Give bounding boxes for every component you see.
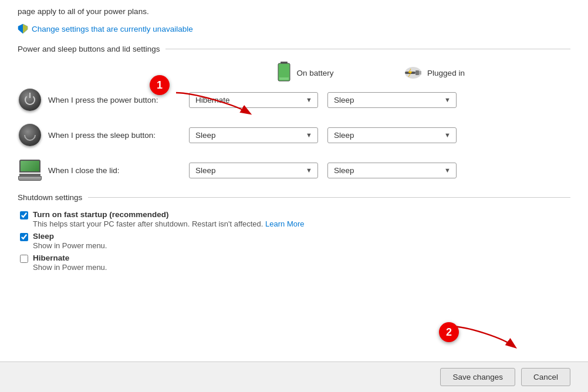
sleep-button-icon [18, 123, 42, 147]
hibernate-shutdown-sub-label: Show in Power menu. [33, 263, 107, 272]
power-plugged-in-select-wrap: Do nothing Sleep Hibernate Shut down ▼ [327, 92, 457, 108]
lid-icon [18, 158, 42, 183]
sleep-shutdown-main-label: Sleep [33, 232, 107, 241]
sleep-button-row: When I press the sleep button: Do nothin… [18, 123, 570, 147]
learn-more-link[interactable]: Learn More [265, 219, 304, 228]
power-plugged-in-select[interactable]: Do nothing Sleep Hibernate Shut down [327, 92, 457, 108]
power-sleep-section-header: Power and sleep buttons and lid settings [18, 45, 570, 53]
intro-text: page apply to all of your power plans. [18, 6, 570, 18]
power-button-row: When I press the power button: Do nothin… [18, 87, 570, 112]
svg-marker-1 [23, 24, 28, 33]
sleep-on-battery-select-wrap: Do nothing Sleep Hibernate Shut down ▼ [189, 127, 318, 143]
lid-on-battery-select-wrap: Do nothing Sleep Hibernate Shut down ▼ [189, 163, 318, 178]
section-divider-line [165, 49, 570, 49]
columns-header: On battery Plugged in [18, 62, 570, 84]
lid-plugged-in-select[interactable]: Do nothing Sleep Hibernate Shut down [327, 163, 457, 178]
plug-icon [404, 65, 423, 80]
annotation-circle-1: 1 [150, 75, 170, 95]
svg-rect-6 [279, 65, 289, 77]
sleep-shutdown-row: Sleep Show in Power menu. [18, 232, 570, 250]
sleep-on-battery-select[interactable]: Do nothing Sleep Hibernate Shut down [189, 127, 318, 143]
lid-plugged-in-select-wrap: Do nothing Sleep Hibernate Shut down ▼ [327, 163, 457, 178]
change-settings-link[interactable]: Change settings that are currently unava… [18, 23, 570, 34]
svg-marker-2 [18, 24, 23, 33]
lid-label: When I close the lid: [48, 166, 189, 175]
fast-startup-main-label: Turn on fast startup (recommended) [33, 210, 305, 219]
hibernate-shutdown-row: Hibernate Show in Power menu. [18, 254, 570, 272]
fast-startup-checkbox[interactable] [20, 211, 28, 219]
svg-rect-9 [415, 70, 419, 75]
sleep-plugged-in-select-wrap: Do nothing Sleep Hibernate Shut down ▼ [327, 127, 457, 143]
lid-row: When I close the lid: Do nothing Sleep H… [18, 158, 570, 183]
sleep-plugged-in-select[interactable]: Do nothing Sleep Hibernate Shut down [327, 127, 457, 143]
sleep-shutdown-checkbox[interactable] [20, 233, 28, 241]
fast-startup-row: Turn on fast startup (recommended) This … [18, 210, 570, 228]
lid-on-battery-select[interactable]: Do nothing Sleep Hibernate Shut down [189, 163, 318, 178]
on-battery-column-header: On battery [241, 62, 370, 84]
power-on-battery-select-wrap: Do nothing Sleep Hibernate Shut down ▼ [189, 92, 318, 108]
shutdown-section: Shutdown settings Turn on fast startup (… [18, 193, 570, 272]
footer: Save changes Cancel [0, 361, 588, 392]
save-changes-button[interactable]: Save changes [440, 368, 515, 386]
annotation-circle-2: 2 [439, 322, 459, 342]
shield-icon [18, 23, 28, 34]
sleep-button-label: When I press the sleep button: [48, 131, 189, 140]
fast-startup-sub-label: This helps start your PC faster after sh… [33, 219, 305, 228]
change-settings-label: Change settings that are currently unava… [32, 25, 193, 33]
shutdown-section-header: Shutdown settings [18, 193, 570, 202]
shutdown-header-text: Shutdown settings [18, 193, 88, 202]
sleep-shutdown-label-wrap: Sleep Show in Power menu. [33, 232, 107, 250]
shutdown-divider-line [88, 197, 570, 198]
hibernate-shutdown-label-wrap: Hibernate Show in Power menu. [33, 254, 107, 272]
sleep-shutdown-sub-label: Show in Power menu. [33, 241, 107, 250]
svg-rect-11 [419, 73, 421, 75]
svg-rect-10 [419, 71, 421, 73]
hibernate-shutdown-main-label: Hibernate [33, 254, 107, 262]
cancel-button[interactable]: Cancel [521, 368, 570, 386]
hibernate-shutdown-checkbox[interactable] [20, 255, 28, 263]
battery-icon [276, 62, 292, 84]
section-header-text: Power and sleep buttons and lid settings [18, 45, 165, 53]
power-on-battery-select[interactable]: Do nothing Sleep Hibernate Shut down [189, 92, 318, 108]
fast-startup-label-wrap: Turn on fast startup (recommended) This … [33, 210, 305, 228]
power-button-icon [18, 87, 42, 112]
power-button-label: When I press the power button: [48, 96, 189, 104]
plugged-in-column-header: Plugged in [370, 65, 499, 80]
